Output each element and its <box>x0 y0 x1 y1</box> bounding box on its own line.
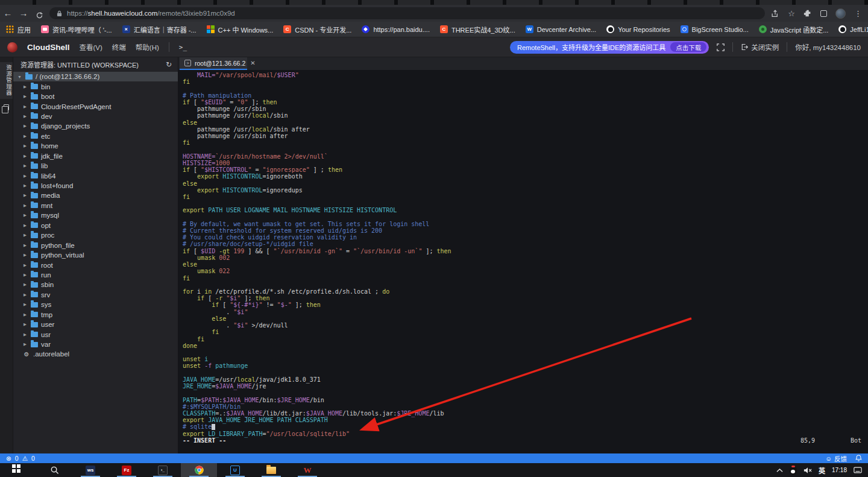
bell-icon[interactable] <box>855 455 862 462</box>
tree-folder-media[interactable]: ▶media <box>13 191 178 200</box>
input-language-indicator[interactable]: 英 <box>819 466 825 475</box>
back-icon[interactable]: ← <box>0 5 16 21</box>
bookmark-item[interactable]: 汇编语言｜寄存器 -... <box>122 25 197 34</box>
terminal-line: umask 002 <box>183 254 868 261</box>
qq-icon[interactable] <box>790 466 797 475</box>
chevron-right-icon: ▶ <box>22 144 28 148</box>
bookmark-item[interactable]: 应用 <box>6 25 31 34</box>
chevron-right-icon: ▶ <box>22 243 28 248</box>
clock[interactable]: 17:18 <box>832 467 847 473</box>
user-greeting[interactable]: 你好, my1432448610 <box>795 42 861 52</box>
tree-folder-etc[interactable]: ▶etc <box>13 131 178 141</box>
cloudshell-header: CloudShell 查看(V) 终端 帮助(H) >_ RemoteShell… <box>0 37 868 57</box>
tree-folder-var[interactable]: ▶var <box>13 340 178 349</box>
bilibili-icon <box>41 25 49 33</box>
fullscreen-icon[interactable] <box>717 43 725 51</box>
bookmark-label: 汇编语言｜寄存器 -... <box>134 25 197 34</box>
ws-icon: ws <box>86 466 95 475</box>
extensions-icon[interactable] <box>804 9 812 17</box>
tree-folder-dev[interactable]: ▶dev <box>13 112 178 121</box>
menu-view[interactable]: 查看(V) <box>80 42 102 52</box>
tree-folder-lost+found[interactable]: ▶lost+found <box>13 181 178 191</box>
ide-app[interactable]: U <box>217 463 253 477</box>
tree-folder-user[interactable]: ▶user <box>13 320 178 329</box>
tree-folder-jdk_file[interactable]: ▶jdk_file <box>13 151 178 161</box>
tree-folder-home[interactable]: ▶home <box>13 141 178 151</box>
terminal-app[interactable]: ›_ <box>145 463 181 477</box>
terminal-line: MAIL="/var/spool/mail/$USER" <box>183 72 868 78</box>
touch-keyboard-icon[interactable] <box>854 467 862 473</box>
fz-icon: Fz <box>122 466 131 475</box>
chrome-app[interactable] <box>181 463 217 477</box>
new-terminal-icon[interactable]: >_ <box>179 43 187 51</box>
feedback-button[interactable]: ☺ 反馈 <box>825 454 847 463</box>
browser-menu-icon[interactable]: ⋮ <box>854 10 862 17</box>
tree-folder-usr[interactable]: ▶usr <box>13 329 178 339</box>
bookmark-item[interactable]: JeffLi1993/spring... <box>838 25 868 33</box>
url-bar[interactable]: https://shell.huaweicloud.com/remote/t3i… <box>49 7 765 19</box>
bookmark-item[interactable]: BigScreen Studio... <box>681 25 749 33</box>
explorer-activity-tab[interactable]: 资源管理器 <box>0 62 13 99</box>
terminal-line: . "$i" >/dev/null <box>183 322 868 329</box>
tree-folder-run[interactable]: ▶run <box>13 270 178 280</box>
search-button[interactable] <box>36 463 72 477</box>
folder-icon <box>31 193 38 198</box>
profile-avatar[interactable] <box>835 8 846 19</box>
share-icon[interactable] <box>771 10 779 17</box>
terminal-tab[interactable]: > root@121.36.66.2 ✕ <box>180 57 247 70</box>
folder-icon <box>31 292 38 297</box>
copy-icon[interactable] <box>4 104 9 110</box>
tree-folder-tmp[interactable]: ▶tmp <box>13 310 178 320</box>
refresh-icon[interactable]: ↻ <box>166 60 172 69</box>
remoteshell-promo-banner[interactable]: RemoteShell，支持升级为全量IDE的资源访问工具 点击下载 <box>510 41 709 54</box>
download-button[interactable]: 点击下载 <box>670 42 706 52</box>
bookmark-item[interactable]: https://pan.baidu.... <box>362 25 430 33</box>
menu-terminal[interactable]: 终端 <box>112 42 126 52</box>
tree-folder-lib[interactable]: ▶lib <box>13 161 178 171</box>
bookmark-item[interactable]: Your Repositories <box>606 25 670 33</box>
tree-folder-opt[interactable]: ▶opt <box>13 221 178 230</box>
bookmark-item[interactable]: CCSDN - 专业开发... <box>283 25 351 34</box>
tree-folder-lib64[interactable]: ▶lib64 <box>13 171 178 180</box>
tree-folder-django_projects[interactable]: ▶django_projects <box>13 121 178 131</box>
sidepanel-icon[interactable] <box>820 10 827 17</box>
bookmark-item[interactable]: 资讯-哔哩哔哩（ '-... <box>41 25 112 34</box>
menu-help[interactable]: 帮助(H) <box>136 42 159 52</box>
tree-folder-python_file[interactable]: ▶python_file <box>13 240 178 250</box>
vim-content[interactable]: MAIL="/var/spool/mail/$USER"fi # Path ma… <box>178 70 868 453</box>
chevron-right-icon: ▶ <box>22 332 28 337</box>
bookmark-item[interactable]: WDevcenter Archive... <box>526 25 596 33</box>
forward-icon[interactable]: → <box>16 5 31 21</box>
tree-folder-bin[interactable]: ▶bin <box>13 81 178 91</box>
bookmark-item[interactable]: JavaScript 函数定... <box>759 25 829 34</box>
tree-folder-sbin[interactable]: ▶sbin <box>13 280 178 289</box>
reload-icon[interactable] <box>31 7 47 19</box>
chevron-right-icon: ▶ <box>22 183 28 188</box>
chevron-right-icon: ▶ <box>22 273 28 277</box>
tree-folder-srv[interactable]: ▶srv <box>13 290 178 300</box>
start-button[interactable] <box>0 463 36 477</box>
close-icon[interactable]: ✕ <box>250 60 255 66</box>
tree-folder-CloudrResetPwdAgent[interactable]: ▶CloudrResetPwdAgent <box>13 101 178 111</box>
chevron-right-icon: ▶ <box>22 253 28 257</box>
windows-logo-icon <box>12 464 16 468</box>
wps-writer-app[interactable]: W <box>289 463 326 477</box>
filezilla-app[interactable]: Fz <box>108 463 145 477</box>
tree-folder-root[interactable]: ▶root <box>13 260 178 270</box>
bookmark-star-icon[interactable]: ☆ <box>788 10 795 17</box>
close-instance-button[interactable]: 关闭实例 <box>741 42 779 52</box>
tray-chevron-up-icon[interactable] <box>776 468 783 473</box>
wps-app[interactable]: ws <box>72 463 108 477</box>
tree-folder-python_virtual[interactable]: ▶python_virtual <box>13 250 178 260</box>
tree-folder-proc[interactable]: ▶proc <box>13 230 178 240</box>
bookmark-item[interactable]: C++ 中 Windows... <box>207 25 274 34</box>
tree-root-row[interactable]: ▼ / (root@121.36.66.2) <box>13 72 178 81</box>
tree-folder-boot[interactable]: ▶boot <box>13 92 178 101</box>
explorer-app[interactable] <box>253 463 289 477</box>
tree-file-autorelabel[interactable]: ⚙ .autorelabel <box>13 349 178 359</box>
bookmark-item[interactable]: CTHREE实战4_3D纹... <box>440 25 515 34</box>
speaker-muted-icon[interactable] <box>804 467 812 474</box>
tree-folder-sys[interactable]: ▶sys <box>13 300 178 309</box>
tree-folder-mysql[interactable]: ▶mysql <box>13 210 178 220</box>
tree-folder-mnt[interactable]: ▶mnt <box>13 201 178 210</box>
